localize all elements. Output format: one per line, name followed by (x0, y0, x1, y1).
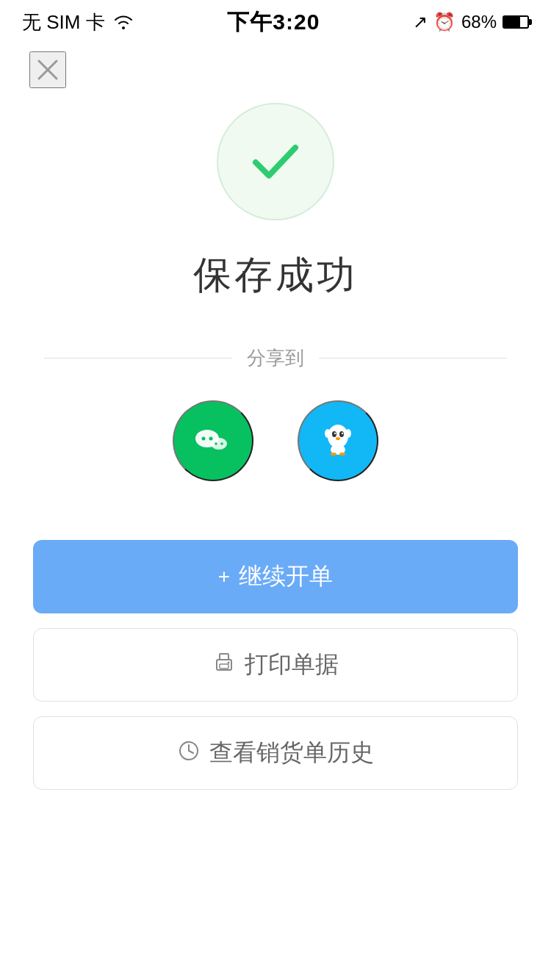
svg-rect-21 (220, 664, 228, 669)
svg-point-17 (331, 453, 336, 455)
svg-point-13 (342, 433, 343, 434)
status-right: ↗ ⏰ 68% (413, 12, 529, 32)
wechat-icon (191, 419, 235, 463)
success-title: 保存成功 (193, 250, 358, 301)
history-label: 查看销货单历史 (209, 737, 374, 769)
status-bar: 无 SIM 卡 下午3:20 ↗ ⏰ 68% (0, 0, 551, 44)
wifi-icon (112, 14, 134, 30)
location-icon: ↗ (413, 12, 428, 32)
svg-point-6 (215, 442, 217, 445)
svg-point-14 (336, 437, 340, 440)
no-sim-label: 无 SIM 卡 (22, 10, 105, 35)
svg-point-4 (209, 437, 213, 441)
history-button[interactable]: 查看销货单历史 (33, 716, 518, 790)
status-time: 下午3:20 (227, 7, 320, 37)
qq-icon (314, 417, 361, 464)
svg-point-22 (228, 661, 230, 663)
battery-icon (503, 15, 529, 29)
share-divider: 分享到 (0, 345, 551, 371)
svg-point-3 (202, 437, 206, 441)
plus-icon: + (218, 565, 230, 588)
print-label: 打印单据 (245, 649, 339, 681)
svg-line-25 (189, 751, 193, 753)
svg-point-16 (345, 429, 351, 438)
status-left: 无 SIM 卡 (22, 10, 134, 35)
checkmark-icon (242, 129, 309, 195)
success-circle (217, 103, 334, 220)
svg-point-18 (339, 453, 345, 455)
svg-point-5 (211, 438, 227, 450)
qq-share-button[interactable] (298, 400, 378, 481)
svg-point-10 (332, 431, 336, 437)
clock-icon (177, 739, 201, 768)
wechat-share-button[interactable] (173, 400, 253, 481)
close-button[interactable] (29, 51, 66, 88)
share-label: 分享到 (232, 345, 319, 371)
continue-order-button[interactable]: + 继续开单 (33, 540, 518, 613)
share-icons (173, 400, 378, 481)
svg-point-11 (339, 431, 344, 437)
svg-rect-20 (220, 654, 228, 660)
alarm-icon: ⏰ (433, 12, 455, 32)
continue-order-label: 继续开单 (239, 561, 333, 593)
battery-percent: 68% (461, 12, 497, 32)
print-button[interactable]: 打印单据 (33, 628, 518, 702)
printer-icon (212, 651, 236, 680)
svg-point-15 (325, 429, 331, 438)
action-buttons: + 继续开单 打印单据 查看销货单历史 (33, 540, 518, 790)
main-content: 保存成功 分享到 (0, 44, 551, 790)
svg-point-12 (334, 433, 336, 434)
svg-point-7 (220, 442, 223, 445)
